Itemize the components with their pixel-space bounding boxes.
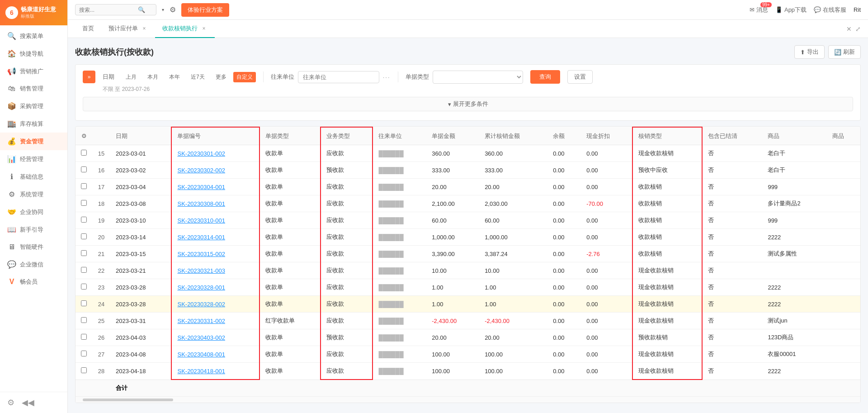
data-table-wrap: ⚙ 日期 单据编号 单据类型 业务类型 往来单位 单据金额 累计核销金额 余额 … xyxy=(75,126,861,403)
cell-checkbox[interactable] xyxy=(75,212,92,229)
sidebar-item-purchase[interactable]: 📦 采购管理 xyxy=(0,97,67,115)
cell-biz-type: 应收款 xyxy=(321,145,373,162)
filter-collapse-btn[interactable]: » xyxy=(83,71,95,83)
table-row: 18 2023-03-08 SK-20230308-001 收款单 应收款 ██… xyxy=(75,195,860,212)
industry-btn[interactable]: 体验行业方案 xyxy=(181,3,229,17)
cell-balance: 0.00 xyxy=(547,229,581,246)
sidebar-item-nav[interactable]: 🏠 快捷导航 xyxy=(0,45,67,62)
settings-icon[interactable]: ⚙ xyxy=(7,398,14,408)
bill-no-link[interactable]: SK-20230331-002 xyxy=(177,318,225,324)
col-settled: 包含已结清 xyxy=(702,127,762,145)
sidebar-item-operation[interactable]: 📊 经营管理 xyxy=(0,150,67,168)
wechat-icon: 💬 xyxy=(7,260,16,269)
cell-amount: 3,390.00 xyxy=(426,246,479,262)
export-icon: ⬆ xyxy=(800,49,805,56)
cell-checkbox[interactable] xyxy=(75,179,92,195)
bill-no-link[interactable]: SK-20230408-001 xyxy=(177,351,225,358)
refresh-label: 刷新 xyxy=(843,48,855,56)
bill-no-link[interactable]: SK-20230310-001 xyxy=(177,217,225,224)
tab-expand-icon[interactable]: ⤢ xyxy=(855,25,861,33)
date-btn-custom[interactable]: 自定义 xyxy=(233,72,256,82)
date-btn-last-month[interactable]: 上月 xyxy=(122,71,141,83)
sidebar-item-search[interactable]: 🔍 搜索菜单 xyxy=(0,27,67,45)
app-download[interactable]: 📱 App下载 xyxy=(775,6,807,14)
partner-dots[interactable]: ··· xyxy=(383,74,391,81)
cell-checkbox[interactable] xyxy=(75,313,92,329)
date-btn-this-year[interactable]: 本年 xyxy=(165,71,184,83)
cell-checkbox[interactable] xyxy=(75,296,92,313)
filter-separator-1 xyxy=(263,71,264,82)
cell-product: 老白干 xyxy=(762,145,826,162)
bill-no-link[interactable]: SK-20230301-002 xyxy=(177,150,225,157)
cell-index: 27 xyxy=(92,346,110,363)
cell-cash-discount: 0.00 xyxy=(581,279,632,296)
cell-bill-no: SK-20230304-001 xyxy=(171,179,259,195)
export-button[interactable]: ⬆ 导出 xyxy=(794,45,825,59)
sidebar-item-inventory[interactable]: 🏬 库存核算 xyxy=(0,115,67,133)
date-btn-7days[interactable]: 近7天 xyxy=(187,71,209,83)
sidebar-item-marketing[interactable]: 📢 营销推广 xyxy=(0,62,67,80)
tab-close-pre-receivable[interactable]: × xyxy=(141,25,148,32)
gear-icon[interactable]: ⚙ xyxy=(170,5,176,14)
sidebar-item-member[interactable]: V 畅会员 xyxy=(0,273,67,290)
filter-expand-bar[interactable]: ▾ 展开更多条件 xyxy=(83,97,853,111)
bill-no-link[interactable]: SK-20230403-002 xyxy=(177,334,225,341)
sidebar-item-wechat[interactable]: 💬 企业微信 xyxy=(0,256,67,273)
cell-checkbox[interactable] xyxy=(75,162,92,179)
tab-home[interactable]: 首页 xyxy=(75,20,101,38)
cell-checkbox[interactable] xyxy=(75,246,92,262)
bill-no-link[interactable]: SK-20230302-002 xyxy=(177,167,225,174)
bill-no-link[interactable]: SK-20230321-003 xyxy=(177,267,225,274)
sidebar-item-sales[interactable]: 🛍 销售管理 xyxy=(0,80,67,97)
user-name[interactable]: Rit xyxy=(854,6,861,13)
cell-cash-discount: -2.76 xyxy=(581,246,632,262)
cell-cash-discount: -70.00 xyxy=(581,195,632,212)
tab-close-collection-verify[interactable]: × xyxy=(200,25,208,32)
sidebar-item-corp[interactable]: 🤝 企业协同 xyxy=(0,203,67,221)
cell-date: 2023-03-08 xyxy=(110,195,171,212)
scroll-thumb[interactable] xyxy=(83,399,173,401)
cell-checkbox[interactable] xyxy=(75,195,92,212)
chevron-down-icon[interactable]: ▾ xyxy=(162,7,164,12)
bill-no-link[interactable]: SK-20230308-001 xyxy=(177,200,225,207)
sidebar-item-label: 智能硬件 xyxy=(20,243,43,251)
cell-checkbox[interactable] xyxy=(75,363,92,380)
collapse-icon[interactable]: ◀◀ xyxy=(22,398,34,408)
cell-checkbox[interactable] xyxy=(75,262,92,279)
refresh-button[interactable]: 🔄 刷新 xyxy=(828,45,861,59)
tab-close-all-icon[interactable]: ✕ xyxy=(846,25,852,33)
date-btn-this-month[interactable]: 本月 xyxy=(143,71,162,83)
date-btn-more[interactable]: 更多 xyxy=(212,71,231,83)
cell-date: 2023-03-21 xyxy=(110,262,171,279)
sidebar-item-basic[interactable]: ℹ 基础信息 xyxy=(0,168,67,185)
sidebar-item-system[interactable]: ⚙ 系统管理 xyxy=(0,185,67,203)
bill-no-link[interactable]: SK-20230315-002 xyxy=(177,251,225,257)
cell-date: 2023-03-31 xyxy=(110,313,171,329)
cell-biz-type: 应收款 xyxy=(321,262,373,279)
bill-no-link[interactable]: SK-20230314-001 xyxy=(177,234,225,241)
sidebar-item-hardware[interactable]: 🖥 智能硬件 xyxy=(0,238,67,256)
bill-no-link[interactable]: SK-20230418-001 xyxy=(177,368,225,375)
sidebar-item-finance[interactable]: 💰 资金管理 xyxy=(0,133,67,150)
online-service[interactable]: 💬 在线客服 xyxy=(814,6,846,14)
search-input[interactable] xyxy=(79,7,138,13)
cell-checkbox[interactable] xyxy=(75,145,92,162)
cell-checkbox[interactable] xyxy=(75,279,92,296)
col-settings[interactable]: ⚙ xyxy=(75,127,92,145)
sidebar-item-guide[interactable]: 📖 新手引导 xyxy=(0,221,67,238)
bill-no-link[interactable]: SK-20230328-002 xyxy=(177,301,225,308)
bill-no-link[interactable]: SK-20230328-001 xyxy=(177,284,225,291)
cell-bill-type: 收款单 xyxy=(259,262,321,279)
partner-input[interactable] xyxy=(298,71,379,83)
message-badge[interactable]: ✉ 消息 99+ xyxy=(750,6,768,14)
settings-filter-button[interactable]: 设置 xyxy=(567,70,593,84)
cell-balance: 0.00 xyxy=(547,145,581,162)
query-button[interactable]: 查询 xyxy=(530,70,560,84)
bill-type-select[interactable] xyxy=(433,71,523,84)
cell-checkbox[interactable] xyxy=(75,346,92,363)
cell-checkbox[interactable] xyxy=(75,329,92,346)
bill-no-link[interactable]: SK-20230304-001 xyxy=(177,184,225,190)
tab-collection-verify[interactable]: 收款核销执行 × xyxy=(155,20,215,38)
cell-checkbox[interactable] xyxy=(75,229,92,246)
tab-pre-receivable[interactable]: 预计应付单 × xyxy=(101,20,155,38)
